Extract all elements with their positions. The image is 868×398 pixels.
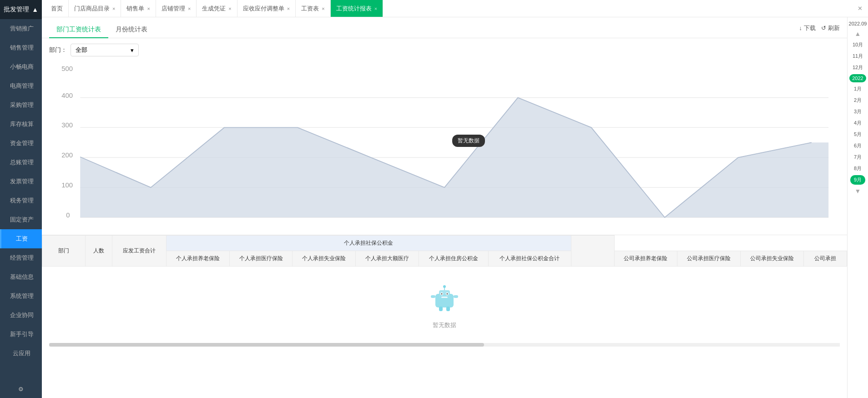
sidebar-item-zijinguanli[interactable]: 资金管理: [0, 134, 42, 153]
col-personal-housing-fund: 个人承担住房公积金: [419, 251, 489, 267]
chart-area: 0 100 200 300 400 500: [42, 62, 847, 235]
sub-tab-bar: 部门工资统计表 月份统计表 ↓ 下载 ↺ 刷新: [42, 17, 847, 38]
empty-robot-icon: [426, 280, 463, 317]
date-item-oct[interactable]: 10月: [848, 39, 868, 50]
date-item-aug[interactable]: 8月: [848, 163, 868, 174]
sidebar-item-yingxiaotuiguang[interactable]: 营销推广: [0, 19, 42, 38]
salary-stats-table: 部门 人数 应发工资合计 个人承担社保公积金 个人承担养老保险 个人承担医疗保险…: [42, 235, 847, 267]
sidebar-item-dianshangguanli[interactable]: 电商管理: [0, 76, 42, 96]
department-select[interactable]: 全部 ▾: [71, 44, 139, 56]
svg-point-17: [447, 293, 448, 295]
sub-tab-actions: ↓ 下载 ↺ 刷新: [799, 24, 840, 36]
tab-close-store-management[interactable]: ×: [188, 6, 191, 11]
tab-close-salary-report[interactable]: ×: [374, 6, 377, 11]
date-item-nov[interactable]: 11月: [848, 50, 868, 62]
close-all-icon[interactable]: ✕: [856, 3, 864, 14]
col-company-medical: 公司承担医疗保险: [677, 251, 741, 267]
date-item-dec[interactable]: 12月: [848, 62, 868, 73]
download-button[interactable]: ↓ 下载: [799, 24, 816, 32]
tab-ar-ap-adjust[interactable]: 应收应付调整单 ×: [237, 0, 296, 17]
date-item-may[interactable]: 5月: [848, 129, 868, 140]
sidebar-item-jichuxinxi[interactable]: 基础信息: [0, 267, 42, 287]
sidebar-item-xiaoshouguanli[interactable]: 销售管理: [0, 38, 42, 57]
date-item-sep[interactable]: 9月: [850, 175, 865, 185]
col-company-pension: 公司承担养老保险: [614, 251, 677, 267]
sidebar-item-xinshouyindao[interactable]: 新手引导: [0, 325, 42, 344]
date-down-nav[interactable]: ▼: [853, 186, 863, 196]
date-item-apr[interactable]: 4月: [848, 117, 868, 129]
col-company-unemployment: 公司承担失业保险: [741, 251, 804, 267]
col-personal-total: 个人承担社保公积金合计: [489, 251, 571, 267]
svg-text:200: 200: [61, 151, 73, 159]
tab-sales-order[interactable]: 销售单 ×: [121, 0, 156, 17]
download-icon: ↓: [799, 25, 802, 31]
date-panel: 2022.09 ▲ 10月 11月 12月 2022 1月 2月 3月 4月 5…: [847, 17, 868, 398]
department-filter-label: 部门：: [49, 46, 67, 54]
table-container: 部门 人数 应发工资合计 个人承担社保公积金 个人承担养老保险 个人承担医疗保险…: [42, 235, 847, 348]
svg-rect-18: [441, 297, 448, 298]
col-personal-unemployment: 个人承担失业保险: [293, 251, 356, 267]
settings-button[interactable]: ⚙: [0, 380, 42, 398]
sidebar-header[interactable]: 批发管理 ▲: [0, 0, 42, 19]
tab-close-sales-order[interactable]: ×: [147, 6, 150, 11]
date-item-feb[interactable]: 2月: [848, 95, 868, 106]
svg-text:400: 400: [61, 91, 73, 99]
refresh-button[interactable]: ↺ 刷新: [821, 24, 840, 32]
tab-department-salary[interactable]: 部门工资统计表: [49, 22, 108, 38]
tab-monthly-stats[interactable]: 月份统计表: [108, 22, 155, 38]
sidebar-item-yunyingyong[interactable]: 云应用: [0, 344, 42, 363]
svg-rect-22: [454, 295, 458, 298]
tab-homepage[interactable]: 首页: [45, 0, 69, 17]
sidebar-item-gudingzichan[interactable]: 固定资产: [0, 210, 42, 229]
sidebar-item-caigouguanli[interactable]: 采购管理: [0, 96, 42, 115]
scrollbar-thumb[interactable]: [49, 343, 484, 347]
col-group-personal-insurance: 个人承担社保公积金: [166, 236, 571, 251]
chevron-down-icon: ▾: [131, 47, 134, 54]
date-item-jun[interactable]: 6月: [848, 140, 868, 151]
svg-point-16: [441, 293, 443, 295]
content-area: 部门工资统计表 月份统计表 ↓ 下载 ↺ 刷新: [42, 17, 868, 398]
tab-close-salary-sheet[interactable]: ×: [322, 6, 324, 11]
sidebar: 批发管理 ▲ 营销推广 销售管理 小畅电商 电商管理 采购管理 库存核算 资金管…: [0, 0, 42, 398]
area-chart: 0 100 200 300 400 500: [49, 62, 840, 235]
sidebar-item-gongzi[interactable]: 工资: [0, 229, 42, 248]
tab-salary-report[interactable]: 工资统计报表 ×: [331, 0, 383, 17]
svg-text:100: 100: [61, 181, 73, 189]
sidebar-item-xitongguanli[interactable]: 系统管理: [0, 287, 42, 306]
date-up-nav[interactable]: ▲: [853, 28, 863, 39]
col-personal-pension: 个人承担养老保险: [166, 251, 229, 267]
date-item-jan[interactable]: 1月: [848, 83, 868, 95]
col-department: 部门: [42, 236, 86, 267]
tab-close-generate-voucher[interactable]: ×: [228, 6, 231, 11]
sidebar-item-zhangguanli[interactable]: 总账管理: [0, 153, 42, 172]
date-item-year-2022[interactable]: 2022: [849, 74, 866, 82]
tab-generate-voucher[interactable]: 生成凭证 ×: [197, 0, 237, 17]
svg-text:0: 0: [66, 211, 70, 219]
refresh-icon: ↺: [821, 25, 826, 31]
sidebar-item-kucunhesuan[interactable]: 库存核算: [0, 115, 42, 134]
sidebar-item-shuiwuguanli[interactable]: 税务管理: [0, 191, 42, 210]
svg-rect-24: [446, 307, 450, 311]
date-current-label: 2022.09: [848, 19, 868, 28]
sidebar-item-xiaochangdianshang[interactable]: 小畅电商: [0, 57, 42, 76]
tab-store-catalog[interactable]: 门店商品目录 ×: [69, 0, 121, 17]
empty-text: 暂无数据: [433, 321, 456, 329]
date-item-jul[interactable]: 7月: [848, 151, 868, 163]
date-item-mar[interactable]: 3月: [848, 106, 868, 117]
col-total-salary: 应发工资合计: [112, 236, 167, 267]
col-company-other: 公司承担: [804, 251, 847, 267]
tab-store-management[interactable]: 店铺管理 ×: [156, 0, 197, 17]
tab-close-store-catalog[interactable]: ×: [112, 6, 115, 11]
sidebar-item-jingyingguanli[interactable]: 经营管理: [0, 248, 42, 267]
horizontal-scrollbar[interactable]: [49, 343, 840, 347]
tab-bar: 首页 门店商品目录 × 销售单 × 店铺管理 × 生成凭证 × 应收应付调整单 …: [42, 0, 868, 17]
svg-rect-21: [431, 295, 435, 298]
sidebar-item-qiyexietong[interactable]: 企业协同: [0, 306, 42, 325]
main-panel: 部门工资统计表 月份统计表 ↓ 下载 ↺ 刷新: [42, 17, 847, 398]
tab-salary-sheet[interactable]: 工资表 ×: [296, 0, 330, 17]
col-personal-major-medical: 个人承担大额医疗: [356, 251, 419, 267]
col-headcount: 人数: [85, 236, 112, 267]
sidebar-item-fapiaomguanli[interactable]: 发票管理: [0, 172, 42, 191]
chart-no-data-tooltip: 暂无数据: [452, 135, 485, 147]
tab-close-ar-ap-adjust[interactable]: ×: [287, 6, 290, 11]
